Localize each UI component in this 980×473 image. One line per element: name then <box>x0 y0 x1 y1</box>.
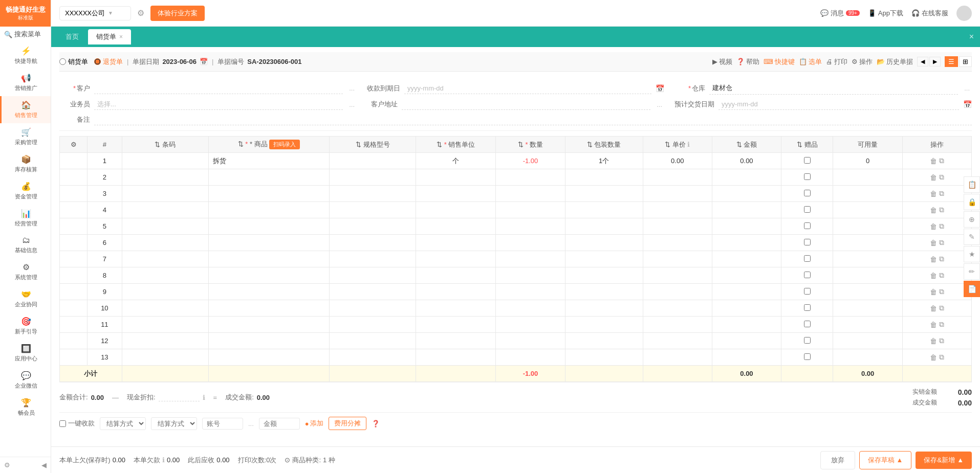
row-gift-9[interactable] <box>781 300 833 317</box>
sidebar-item-purchase[interactable]: 🛒 采购管理 <box>0 123 51 150</box>
row-unit-5[interactable] <box>416 235 496 251</box>
template-btn[interactable]: 📋 选单 <box>799 57 822 66</box>
row-product-0[interactable]: 拆货 <box>208 153 330 169</box>
gift-checkbox-5[interactable] <box>804 239 811 245</box>
abandon-button[interactable]: 放弃 <box>820 451 855 469</box>
row-amount-12[interactable] <box>712 349 781 366</box>
help-btn[interactable]: ❓ 帮助 <box>736 57 759 66</box>
row-spec-3[interactable] <box>330 202 416 218</box>
radio-sale[interactable]: 销货单 <box>59 57 88 66</box>
customer-ellipsis[interactable]: ... <box>347 84 357 92</box>
row-amount-1[interactable] <box>712 169 781 186</box>
row-amount-4[interactable] <box>712 218 781 235</box>
salesperson-input[interactable] <box>94 99 343 110</box>
customer-input[interactable] <box>94 83 343 94</box>
row-price-8[interactable] <box>643 284 712 300</box>
row-amount-3[interactable] <box>712 202 781 218</box>
tab-close-icon[interactable]: × <box>119 33 123 40</box>
row-pkg-qty-3[interactable] <box>565 202 643 218</box>
float-btn-5[interactable]: ★ <box>964 246 980 262</box>
sidebar-settings-icon[interactable]: ⚙ <box>4 461 10 469</box>
row-barcode-11[interactable] <box>122 333 208 349</box>
gift-checkbox-0[interactable] <box>804 157 811 164</box>
row-price-4[interactable] <box>643 218 712 235</box>
row-qty-2[interactable] <box>496 186 565 202</box>
row-barcode-4[interactable] <box>122 218 208 235</box>
row-unit-6[interactable] <box>416 251 496 267</box>
row-amount-10[interactable] <box>712 317 781 333</box>
sidebar-item-member[interactable]: 🏆 畅会员 <box>0 394 51 421</box>
row-qty-12[interactable] <box>496 349 565 366</box>
row-unit-0[interactable]: 个 <box>416 153 496 169</box>
video-btn[interactable]: ▶ 视频 <box>712 57 732 66</box>
row-unit-7[interactable] <box>416 267 496 284</box>
history-next[interactable]: ▶ <box>929 57 941 66</box>
gift-checkbox-6[interactable] <box>804 255 811 262</box>
row-gift-12[interactable] <box>781 349 833 366</box>
row-gift-2[interactable] <box>781 186 833 202</box>
row-copy-btn-1[interactable]: ⧉ <box>939 173 944 182</box>
row-price-0[interactable]: 0.00 <box>643 153 712 169</box>
sidebar-item-ops[interactable]: 📊 经营管理 <box>0 205 51 232</box>
row-gift-5[interactable] <box>781 235 833 251</box>
one-click-payment-checkbox[interactable]: 一键收款 <box>59 419 95 428</box>
row-copy-btn-11[interactable]: ⧉ <box>939 336 944 345</box>
shortcut-btn[interactable]: ⌨ 快捷键 <box>764 57 795 66</box>
sidebar-item-inventory[interactable]: 📦 库存核算 <box>0 150 51 177</box>
row-qty-7[interactable] <box>496 267 565 284</box>
row-product-9[interactable] <box>208 300 330 317</box>
row-delete-btn-11[interactable]: 🗑 <box>930 336 937 345</box>
row-pkg-qty-2[interactable] <box>565 186 643 202</box>
save-draft-button[interactable]: 保存草稿 ▲ <box>859 451 912 469</box>
row-barcode-1[interactable] <box>122 169 208 186</box>
row-qty-1[interactable] <box>496 169 565 186</box>
customer-addr-input[interactable] <box>402 99 650 110</box>
row-price-12[interactable] <box>643 349 712 366</box>
gift-checkbox-8[interactable] <box>804 288 811 295</box>
row-spec-12[interactable] <box>330 349 416 366</box>
row-unit-2[interactable] <box>416 186 496 202</box>
row-spec-4[interactable] <box>330 218 416 235</box>
row-delete-btn-1[interactable]: 🗑 <box>930 173 937 182</box>
row-qty-8[interactable] <box>496 284 565 300</box>
row-amount-6[interactable] <box>712 251 781 267</box>
row-barcode-10[interactable] <box>122 317 208 333</box>
sidebar-item-quick-nav[interactable]: ⚡ 快捷导航 <box>0 42 51 69</box>
row-pkg-qty-10[interactable] <box>565 317 643 333</box>
expected-date-input[interactable] <box>718 99 959 110</box>
product-type-icon[interactable]: ⊙ <box>285 456 290 464</box>
row-delete-btn-8[interactable]: 🗑 <box>930 287 937 296</box>
list-view-btn[interactable]: ☰ <box>945 56 958 67</box>
app-download-item[interactable]: 📱 App下载 <box>868 9 903 18</box>
row-barcode-6[interactable] <box>122 251 208 267</box>
grid-view-btn[interactable]: ⊞ <box>959 56 972 67</box>
row-qty-5[interactable] <box>496 235 565 251</box>
gift-checkbox-3[interactable] <box>804 206 811 213</box>
row-copy-btn-5[interactable]: ⧉ <box>939 238 944 247</box>
discount-input[interactable] <box>159 393 200 401</box>
row-amount-2[interactable] <box>712 186 781 202</box>
sidebar-collapse-icon[interactable]: ◀ <box>41 461 47 469</box>
col-settings-header[interactable]: ⚙ <box>60 137 88 153</box>
row-spec-8[interactable] <box>330 284 416 300</box>
row-spec-7[interactable] <box>330 267 416 284</box>
row-spec-9[interactable] <box>330 300 416 317</box>
row-amount-11[interactable] <box>712 333 781 349</box>
row-barcode-2[interactable] <box>122 186 208 202</box>
row-barcode-8[interactable] <box>122 284 208 300</box>
warehouse-ellipsis[interactable]: ... <box>962 84 972 92</box>
row-gift-4[interactable] <box>781 218 833 235</box>
row-price-2[interactable] <box>643 186 712 202</box>
row-delete-btn-7[interactable]: 🗑 <box>930 271 937 280</box>
row-pkg-qty-1[interactable] <box>565 169 643 186</box>
gift-checkbox-9[interactable] <box>804 304 811 311</box>
row-pkg-qty-9[interactable] <box>565 300 643 317</box>
row-gift-0[interactable] <box>781 153 833 169</box>
float-btn-1[interactable]: 📋 <box>964 176 980 193</box>
sidebar-item-marketing[interactable]: 📢 营销推广 <box>0 69 51 96</box>
row-spec-0[interactable] <box>330 153 416 169</box>
row-copy-btn-4[interactable]: ⧉ <box>939 222 944 231</box>
sidebar-item-basic[interactable]: 🗂 基础信息 <box>0 232 51 258</box>
row-copy-btn-6[interactable]: ⧉ <box>939 255 944 263</box>
scan-btn[interactable]: 扫码录入 <box>269 140 300 149</box>
